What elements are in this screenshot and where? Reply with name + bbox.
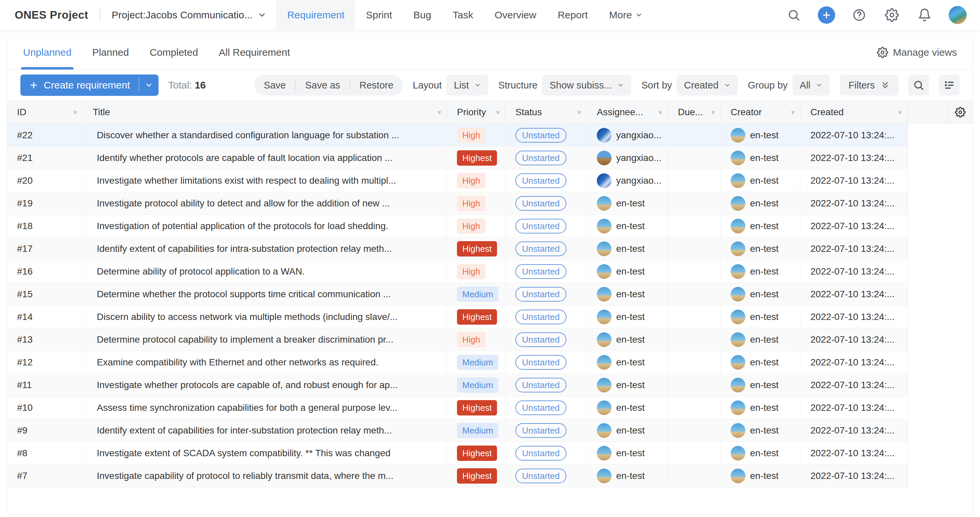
structure-select[interactable]: Show subiss...: [542, 75, 631, 96]
table-row[interactable]: #13 Determine protocol capability to imp…: [7, 328, 908, 351]
table-row[interactable]: #14 Discern ability to access network vi…: [7, 306, 908, 328]
status-badge[interactable]: Unstarted: [515, 264, 566, 279]
project-selector[interactable]: Project:Jacobs Communicatio...: [112, 10, 267, 21]
group-by-label: Group by: [748, 80, 788, 91]
table-row[interactable]: #15 Determine whether the protocol suppo…: [7, 283, 908, 306]
status-badge[interactable]: Unstarted: [515, 310, 566, 324]
tab-planned[interactable]: Planned: [92, 35, 129, 69]
table-row[interactable]: #10 Assess time synchronization capabili…: [7, 396, 908, 419]
column-dropdown-icon[interactable]: ▾: [659, 108, 662, 116]
column-header-created[interactable]: Created▾: [800, 101, 908, 124]
save-button[interactable]: Save: [255, 80, 295, 91]
row-title[interactable]: Discern ability to access network via mu…: [83, 306, 447, 328]
nav-sprint[interactable]: Sprint: [355, 0, 402, 30]
table-row[interactable]: #19 Investigate protocol ability to dete…: [7, 192, 908, 215]
row-title[interactable]: Investigate whether limitations exist wi…: [83, 169, 447, 192]
sort-by-select[interactable]: Created: [676, 75, 738, 96]
column-dropdown-icon[interactable]: ▾: [791, 108, 795, 116]
row-title[interactable]: Investigate whether protocols are capabl…: [83, 374, 447, 396]
row-title[interactable]: Assess time synchronization capabilities…: [83, 396, 447, 419]
status-badge[interactable]: Unstarted: [515, 196, 566, 211]
row-title[interactable]: Determine whether the protocol supports …: [83, 283, 447, 305]
row-title[interactable]: Examine compatibility with Ethernet and …: [83, 351, 447, 373]
tab-completed[interactable]: Completed: [150, 35, 198, 69]
row-title[interactable]: Investigate extent of SCADA system compa…: [83, 442, 447, 464]
table-row[interactable]: #18 Investigation of potential applicati…: [7, 215, 908, 238]
column-dropdown-icon[interactable]: ▾: [898, 108, 902, 116]
status-badge[interactable]: Unstarted: [515, 446, 566, 461]
status-badge[interactable]: Unstarted: [515, 355, 566, 370]
column-header-status[interactable]: Status▾: [505, 101, 587, 124]
column-dropdown-icon[interactable]: ▾: [496, 108, 500, 116]
manage-views-button[interactable]: Manage views: [877, 35, 957, 69]
column-header-creator[interactable]: Creator▾: [721, 101, 800, 124]
save-as-button[interactable]: Save as: [296, 80, 350, 91]
nav-bug[interactable]: Bug: [403, 0, 442, 30]
status-badge[interactable]: Unstarted: [515, 423, 566, 438]
table-row[interactable]: #22 Discover whether a standardised conf…: [7, 124, 908, 147]
status-badge[interactable]: Unstarted: [515, 241, 566, 256]
status-badge[interactable]: Unstarted: [515, 401, 566, 415]
table-row[interactable]: #17 Identify extent of capabilities for …: [7, 238, 908, 260]
table-row[interactable]: #9 Identify extent of capabilities for i…: [7, 419, 908, 442]
column-header-title[interactable]: Title▾: [83, 101, 447, 124]
create-requirement-button[interactable]: Create requirement: [21, 75, 159, 96]
user-avatar[interactable]: [949, 6, 967, 24]
column-header-due[interactable]: Due...▾: [668, 101, 721, 124]
group-by-select[interactable]: All: [792, 75, 830, 96]
create-requirement-dropdown[interactable]: [139, 75, 159, 96]
settings-icon[interactable]: [883, 6, 900, 24]
row-title[interactable]: Investigation of potential application o…: [83, 215, 447, 237]
row-title[interactable]: Determine protocol capability to impleme…: [83, 328, 447, 351]
row-title[interactable]: Discover whether a standardised configur…: [83, 124, 447, 146]
column-dropdown-icon[interactable]: ▾: [711, 108, 715, 116]
column-header-id[interactable]: ID▾: [7, 101, 83, 124]
nav-overview[interactable]: Overview: [484, 0, 547, 30]
row-title[interactable]: Identify extent of capabilities for intr…: [83, 238, 447, 260]
status-badge[interactable]: Unstarted: [515, 332, 566, 347]
search-icon[interactable]: [785, 6, 802, 24]
column-dropdown-icon[interactable]: ▾: [438, 108, 441, 116]
row-title[interactable]: Identify whether protocols are capable o…: [83, 147, 447, 169]
nav-requirement[interactable]: Requirement: [276, 0, 355, 30]
search-in-list-button[interactable]: [908, 75, 929, 96]
display-options-button[interactable]: [939, 75, 959, 96]
filters-button[interactable]: Filters: [840, 75, 898, 96]
status-badge[interactable]: Unstarted: [515, 287, 566, 302]
row-title[interactable]: Identify extent of capabilities for inte…: [83, 419, 447, 442]
priority-badge: Medium: [457, 377, 498, 393]
table-row[interactable]: #12 Examine compatibility with Ethernet …: [7, 351, 908, 374]
status-badge[interactable]: Unstarted: [515, 469, 566, 483]
tab-all-requirement[interactable]: All Requirement: [219, 35, 290, 69]
assignee-name: en-test: [616, 357, 645, 368]
status-badge[interactable]: Unstarted: [515, 378, 566, 393]
column-header-assignee[interactable]: Assignee...▾: [587, 101, 668, 124]
table-row[interactable]: #16 Determine ability of protocol applic…: [7, 260, 908, 283]
due-date: [668, 260, 721, 282]
nav-task[interactable]: Task: [442, 0, 484, 30]
create-plus-icon[interactable]: [818, 6, 835, 24]
table-row[interactable]: #20 Investigate whether limitations exis…: [7, 169, 908, 192]
table-row[interactable]: #11 Investigate whether protocols are ca…: [7, 374, 908, 396]
tab-unplanned[interactable]: Unplanned: [23, 35, 72, 69]
column-header-priority[interactable]: Priority▾: [447, 101, 505, 124]
status-badge[interactable]: Unstarted: [515, 219, 566, 233]
nav-report[interactable]: Report: [547, 0, 598, 30]
table-row[interactable]: #21 Identify whether protocols are capab…: [7, 147, 908, 169]
notifications-icon[interactable]: [916, 6, 933, 24]
column-dropdown-icon[interactable]: ▾: [578, 108, 581, 116]
table-row[interactable]: #7 Investigate capability of protocol to…: [7, 464, 908, 487]
column-settings-button[interactable]: [948, 101, 973, 124]
status-badge[interactable]: Unstarted: [515, 151, 566, 165]
restore-button[interactable]: Restore: [350, 80, 403, 91]
nav-more[interactable]: More: [598, 0, 653, 30]
layout-select[interactable]: List: [447, 75, 488, 96]
table-row[interactable]: #8 Investigate extent of SCADA system co…: [7, 442, 908, 464]
row-title[interactable]: Determine ability of protocol applicatio…: [83, 260, 447, 282]
status-badge[interactable]: Unstarted: [515, 173, 566, 188]
help-icon[interactable]: [851, 6, 868, 24]
row-title[interactable]: Investigate protocol ability to detect a…: [83, 192, 447, 214]
row-title[interactable]: Investigate capability of protocol to re…: [83, 464, 447, 487]
column-dropdown-icon[interactable]: ▾: [73, 108, 77, 116]
status-badge[interactable]: Unstarted: [515, 128, 566, 143]
